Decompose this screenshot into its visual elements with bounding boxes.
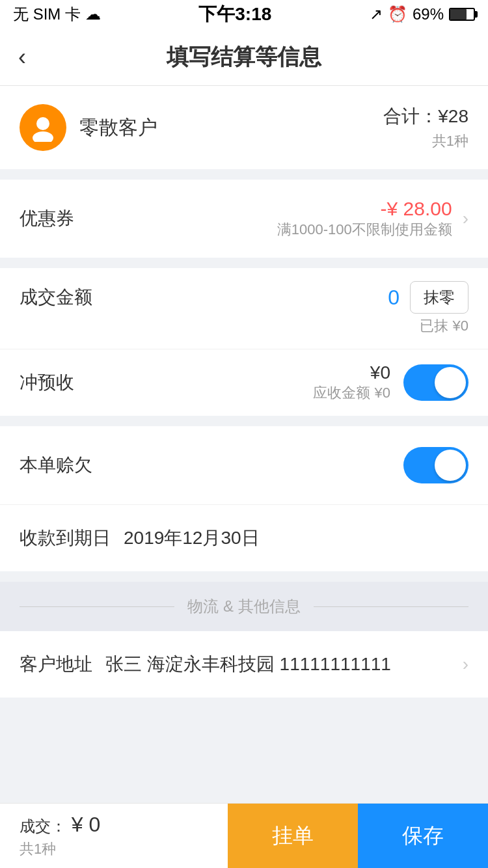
- save-button[interactable]: 保存: [358, 804, 488, 869]
- transaction-sub: 已抹 ¥0: [420, 316, 468, 336]
- transaction-section: 成交金额 抹零 已抹 ¥0 冲预收 ¥0 应收金额 ¥0: [0, 268, 488, 416]
- address-row[interactable]: 客户地址 张三 海淀永丰科技园 11111111111 ›: [0, 631, 488, 698]
- bottom-trade-row: 成交： ¥ 0: [20, 813, 208, 837]
- bottom-bar: 成交： ¥ 0 共1种 挂单 保存: [0, 803, 488, 868]
- nav-bar: ‹ 填写结算等信息: [0, 29, 488, 86]
- svg-point-0: [36, 117, 49, 130]
- address-label: 客户地址: [20, 652, 92, 677]
- user-icon: [29, 113, 57, 142]
- customer-total: 合计：¥28: [383, 104, 468, 129]
- battery-label: 69%: [413, 5, 444, 23]
- coupon-label: 优惠券: [20, 206, 74, 231]
- coupon-amount: -¥ 28.00: [277, 198, 452, 220]
- due-date-label: 收款到期日: [20, 526, 111, 550]
- battery-icon: [449, 8, 475, 21]
- customer-count: 共1种: [383, 131, 468, 151]
- status-right: ↗ ⏰ 69%: [370, 5, 475, 23]
- status-left: 无 SIM 卡 ☁: [13, 4, 101, 25]
- sim-label: 无 SIM 卡 ☁: [13, 4, 101, 25]
- location-icon: ↗: [370, 5, 383, 23]
- prepay-label: 冲预收: [20, 370, 74, 395]
- coupon-description: 满1000-100不限制使用金额: [277, 220, 452, 239]
- address-section: 客户地址 张三 海淀永丰科技园 11111111111 ›: [0, 631, 488, 698]
- customer-left: 零散客户: [20, 104, 157, 151]
- alarm-icon: ⏰: [388, 5, 407, 23]
- prepay-right: ¥0 应收金额 ¥0: [313, 362, 468, 403]
- transaction-label: 成交金额: [20, 285, 92, 310]
- chevron-right-icon: ›: [463, 208, 468, 229]
- divider-label: 物流 & 其他信息: [187, 596, 300, 617]
- hang-button[interactable]: 挂单: [228, 804, 358, 869]
- coupon-row[interactable]: 优惠券 -¥ 28.00 满1000-100不限制使用金额 ›: [0, 180, 488, 258]
- coupon-right: -¥ 28.00 满1000-100不限制使用金额 ›: [277, 198, 468, 239]
- transaction-amount-row: 成交金额 抹零 已抹 ¥0: [0, 268, 488, 349]
- prepay-toggle-knob: [435, 367, 466, 398]
- coupon-section: 优惠券 -¥ 28.00 满1000-100不限制使用金额 ›: [0, 180, 488, 258]
- transaction-input[interactable]: [347, 286, 400, 310]
- customer-avatar: [20, 104, 66, 151]
- prepay-row: 冲预收 ¥0 应收金额 ¥0: [0, 349, 488, 416]
- prepay-toggle[interactable]: [403, 364, 468, 401]
- debt-label: 本单赊欠: [20, 453, 92, 478]
- status-time: 下午3:18: [198, 2, 271, 27]
- svg-point-1: [33, 131, 53, 142]
- due-date-value: 2019年12月30日: [124, 526, 260, 550]
- debt-row: 本单赊欠: [0, 426, 488, 504]
- address-value: 张三 海淀永丰科技园 11111111111: [105, 652, 456, 677]
- debt-section: 本单赊欠 收款到期日 2019年12月30日: [0, 426, 488, 571]
- back-button[interactable]: ‹: [18, 44, 26, 71]
- prepay-value: ¥0: [313, 362, 390, 383]
- debt-toggle[interactable]: [403, 447, 468, 483]
- bottom-count: 共1种: [20, 839, 208, 859]
- page-title: 填写结算等信息: [167, 42, 321, 72]
- address-chevron-icon: ›: [463, 654, 468, 675]
- round-zero-button[interactable]: 抹零: [410, 281, 468, 314]
- status-bar: 无 SIM 卡 ☁ 下午3:18 ↗ ⏰ 69%: [0, 0, 488, 29]
- prepay-amounts: ¥0 应收金额 ¥0: [313, 362, 390, 403]
- customer-section: 零散客户 合计：¥28 共1种: [0, 86, 488, 169]
- due-date-row: 收款到期日 2019年12月30日: [0, 504, 488, 571]
- debt-toggle-knob: [435, 450, 466, 481]
- customer-name: 零散客户: [79, 115, 157, 141]
- bottom-info: 成交： ¥ 0 共1种: [0, 813, 228, 859]
- divider-right: [314, 606, 468, 607]
- bottom-trade-amount: ¥ 0: [72, 813, 100, 836]
- divider-section: 物流 & 其他信息: [0, 582, 488, 631]
- prepay-sub: 应收金额 ¥0: [313, 383, 390, 403]
- bottom-trade-label: 成交：: [20, 817, 66, 835]
- transaction-value-wrap: 抹零: [347, 281, 468, 314]
- customer-right: 合计：¥28 共1种: [383, 104, 468, 151]
- divider-left: [20, 606, 174, 607]
